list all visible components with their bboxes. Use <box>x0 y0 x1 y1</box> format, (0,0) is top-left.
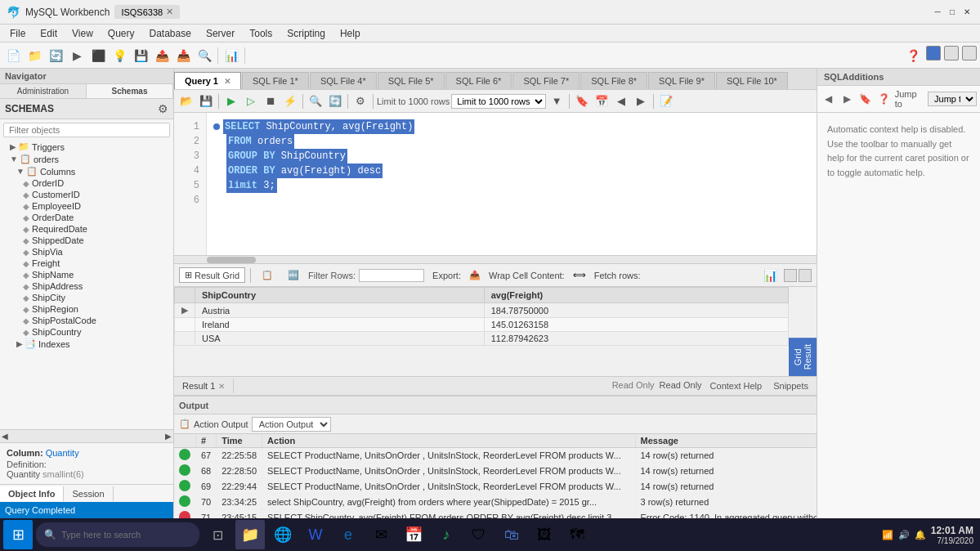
tree-item-columns[interactable]: ▼ 📋 Columns <box>0 165 173 177</box>
limit-select[interactable]: Limit to 1000 rows Limit to 100 rows Lim… <box>451 94 546 109</box>
menu-help[interactable]: Help <box>333 26 367 41</box>
output-row-67[interactable]: 67 22:25:58 SELECT ProductName, UnitsOnO… <box>174 448 817 464</box>
menu-view[interactable]: View <box>65 26 100 41</box>
close-tab-query1[interactable]: ✕ <box>224 77 230 86</box>
filter-rows-input[interactable] <box>359 269 424 282</box>
action-dropdown[interactable]: Action Output <box>252 417 331 432</box>
tree-item-shipcountry[interactable]: ◆ ShipCountry <box>0 326 173 338</box>
layout-btn-3[interactable] <box>962 46 977 60</box>
taskbar-volume-icon[interactable]: 🔊 <box>898 530 910 540</box>
wrap-icon[interactable]: ⟺ <box>573 270 586 280</box>
menu-database[interactable]: Database <box>143 26 198 41</box>
col-avgfreight[interactable]: avg(Freight) <box>484 288 788 303</box>
tree-item-shipvia[interactable]: ◆ ShipVia <box>0 246 173 258</box>
hscroll-thumb[interactable] <box>207 257 256 263</box>
menu-server[interactable]: Server <box>199 26 241 41</box>
taskbar-app-word[interactable]: W <box>301 520 330 549</box>
tab-sqlfile10[interactable]: SQL File 10* <box>716 72 788 89</box>
layout-icon-2[interactable] <box>799 269 812 282</box>
cal-btn[interactable]: 📅 <box>593 92 611 110</box>
output-row-69[interactable]: 69 22:29:44 SELECT ProductName, UnitsOnO… <box>174 479 817 495</box>
form-editor-btn[interactable]: 📋 <box>256 267 279 283</box>
schemas-add-icon[interactable]: ⚙ <box>158 102 168 115</box>
bookmark-btn[interactable]: 🔖 <box>573 92 591 110</box>
taskbar-search-input[interactable] <box>61 530 176 540</box>
taskbar-app-email[interactable]: ✉ <box>366 520 396 549</box>
output-table-area[interactable]: # Time Action Message Duration / Fetch <box>174 434 817 518</box>
tab-sqlfile6[interactable]: SQL File 6* <box>445 72 512 89</box>
tree-item-orderid[interactable]: ◆ OrderID <box>0 177 173 189</box>
tree-item-freight[interactable]: ◆ Freight <box>0 258 173 269</box>
output-row-70[interactable]: 70 23:34:25 select ShipCountry, avg(Frei… <box>174 495 817 510</box>
output-row-71[interactable]: 71 23:45:15 SELECT ShipCountry, avg(Frei… <box>174 510 817 519</box>
task-view-btn[interactable]: ⊡ <box>203 520 232 549</box>
taskbar-app-music[interactable]: ♪ <box>432 520 461 549</box>
taskbar-search-box[interactable]: 🔍 <box>36 522 199 547</box>
nav-query-btn2[interactable]: ▶ <box>632 92 650 110</box>
result1-tab[interactable]: Result 1 ✕ <box>174 379 234 393</box>
menu-scripting[interactable]: Scripting <box>280 26 332 41</box>
tree-item-shippostalcode[interactable]: ◆ ShipPostalCode <box>0 315 173 326</box>
taskbar-app-photos[interactable]: 🖼 <box>530 520 559 549</box>
session-tab[interactable]: Session <box>64 486 113 501</box>
col-shipcountry[interactable]: ShipCountry <box>195 288 485 303</box>
taskbar-app-chrome[interactable]: 🌐 <box>268 520 298 549</box>
code-editor[interactable]: 1 2 3 4 5 6 SELECT ShipCountry, avg(Frei… <box>174 113 817 256</box>
tree-item-triggers[interactable]: ▶ 📁 Triggers <box>0 141 173 153</box>
nav-administration-tab[interactable]: Administration <box>0 84 87 98</box>
taskbar-app-maps[interactable]: 🗺 <box>562 520 592 549</box>
find-btn[interactable]: 🔍 <box>307 92 324 110</box>
maximize-button[interactable]: □ <box>946 6 959 19</box>
tab-sqlfile5[interactable]: SQL File 5* <box>378 72 445 89</box>
nav-help-btn[interactable]: ❓ <box>876 91 892 107</box>
taskbar-app-fileexplorer[interactable]: 📁 <box>235 520 265 549</box>
taskbar-notifications-icon[interactable]: 🔔 <box>915 530 926 540</box>
save-button[interactable]: 💾 <box>131 46 150 65</box>
menu-tools[interactable]: Tools <box>243 26 279 41</box>
field-types-btn[interactable]: 🔤 <box>282 267 305 283</box>
menu-query[interactable]: Query <box>101 26 141 41</box>
tree-item-requireddate[interactable]: ◆ RequiredDate <box>0 223 173 235</box>
tree-item-shipcity[interactable]: ◆ ShipCity <box>0 292 173 303</box>
object-info-tab[interactable]: Object Info <box>0 486 64 501</box>
result-grid[interactable]: ShipCountry avg(Freight) ▶ Austria <box>174 287 789 376</box>
layout-btn-1[interactable] <box>926 46 941 60</box>
nav-expand-right[interactable]: ▶ <box>165 432 172 441</box>
tab-sqlfile4[interactable]: SQL File 4* <box>310 72 377 89</box>
table-row[interactable]: Ireland 145.01263158 <box>175 318 789 332</box>
close-result1[interactable]: ✕ <box>218 382 225 391</box>
tab-sqlfile7[interactable]: SQL File 7* <box>512 72 579 89</box>
tab-sqlfile8[interactable]: SQL File 8* <box>580 72 647 89</box>
help-icon-button[interactable]: ❓ <box>903 46 923 65</box>
close-tab-icon[interactable]: ✕ <box>166 7 173 17</box>
tree-item-shipregion[interactable]: ◆ ShipRegion <box>0 303 173 315</box>
taskbar-network-icon[interactable]: 📶 <box>882 530 893 540</box>
limit-dropdown-btn[interactable]: ▼ <box>548 92 566 110</box>
menu-file[interactable]: File <box>3 26 32 41</box>
import-button[interactable]: 📥 <box>173 46 193 65</box>
wrap-label[interactable]: Wrap Cell Content: <box>484 269 570 282</box>
code-content[interactable]: SELECT ShipCountry, avg(Freight) FROM or… <box>207 113 817 255</box>
app-tab[interactable]: ISQS6338 ✕ <box>114 5 180 19</box>
taskbar-app-store[interactable]: 🛍 <box>497 520 526 549</box>
taskbar-app-calendar[interactable]: 📅 <box>399 520 428 549</box>
explain-button[interactable]: 💡 <box>110 46 129 65</box>
execute-btn[interactable]: ▶ <box>222 92 240 110</box>
table-row[interactable]: USA 112.87942623 <box>175 332 789 346</box>
nav-bookmark-btn[interactable]: 🔖 <box>857 91 873 107</box>
table-row[interactable]: ▶ Austria 184.78750000 <box>175 303 789 318</box>
nav-collapse-left[interactable]: ◀ <box>2 432 8 441</box>
tab-query1[interactable]: Query 1 ✕ <box>174 72 241 89</box>
context-help-btn[interactable]: Context Help <box>707 380 766 392</box>
execute-selection-btn[interactable]: ▷ <box>242 92 260 110</box>
export-icon[interactable]: 📤 <box>469 270 481 280</box>
minimize-button[interactable]: ─ <box>931 6 944 19</box>
save-file-btn[interactable]: 💾 <box>197 92 215 110</box>
open-button[interactable]: 📁 <box>25 46 44 65</box>
table-icon-button[interactable]: 📊 <box>222 46 241 65</box>
refresh-button[interactable]: 🔄 <box>46 46 65 65</box>
explain-btn[interactable]: ⚡ <box>281 92 299 110</box>
taskbar-time[interactable]: 12:01 AM 7/19/2020 <box>931 525 973 545</box>
stop-execute-btn[interactable]: ⏹ <box>262 92 280 110</box>
output-row-68[interactable]: 68 22:28:50 SELECT ProductName, UnitsOnO… <box>174 464 817 479</box>
